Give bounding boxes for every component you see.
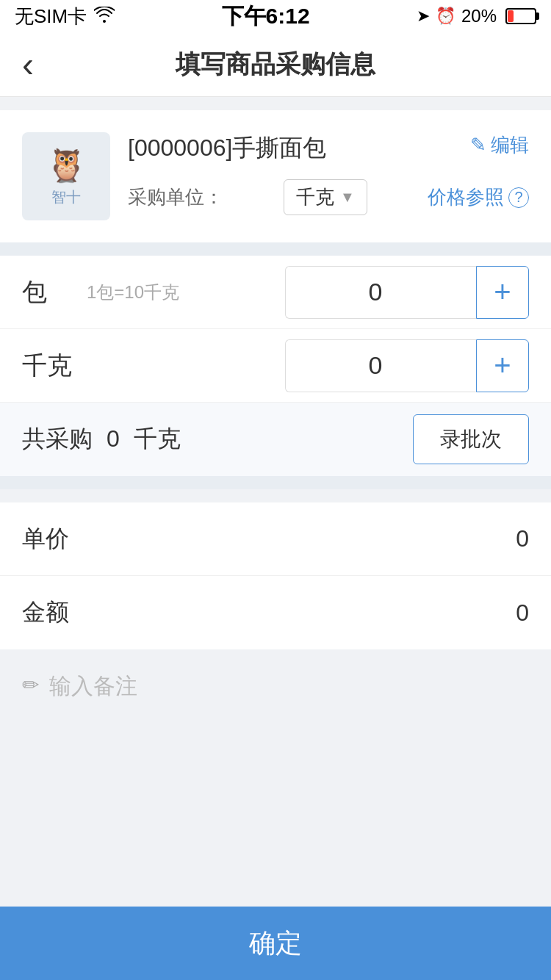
unit-price-row: 单价 0 <box>0 502 551 576</box>
unit-value: 千克 <box>296 184 334 210</box>
bao-input[interactable] <box>285 266 476 319</box>
status-right: ➤ ⏰ 20% <box>417 6 536 26</box>
status-bar: 无SIM卡 下午6:12 ➤ ⏰ 20% <box>0 0 551 32</box>
edit-button[interactable]: ✎ 编辑 <box>470 132 529 158</box>
total-row: 共采购 0 千克 录批次 <box>0 403 551 476</box>
pencil-icon: ✏ <box>22 673 39 697</box>
record-batch-button[interactable]: 录批次 <box>413 414 529 464</box>
amount-label: 金额 <box>22 597 69 629</box>
remark-placeholder: 输入备注 <box>49 671 137 702</box>
purchase-unit-label: 采购单位： <box>128 184 223 210</box>
divider-1 <box>0 242 551 256</box>
product-info: [0000006]手撕面包 ✎ 编辑 采购单位： 千克 ▼ 价格参照 ? <box>128 132 529 215</box>
location-icon: ➤ <box>417 7 430 26</box>
product-image-subtitle: 智十 <box>51 187 81 207</box>
bao-input-group: + <box>285 266 529 319</box>
nav-bar: ‹ 填写商品采购信息 <box>0 32 551 97</box>
product-card: 🦉 智十 [0000006]手撕面包 ✎ 编辑 采购单位： 千克 ▼ <box>0 110 551 242</box>
kg-row: 千克 + <box>0 329 551 403</box>
bao-plus-button[interactable]: + <box>476 266 529 319</box>
kg-input-group: + <box>285 339 529 392</box>
product-image: 🦉 智十 <box>22 132 110 220</box>
content-area: 🦉 智十 [0000006]手撕面包 ✎ 编辑 采购单位： 千克 ▼ <box>0 110 551 855</box>
unit-arrow-icon: ▼ <box>340 189 355 206</box>
purchase-unit-row: 采购单位： 千克 ▼ 价格参照 ? <box>128 179 529 215</box>
total-value: 0 <box>107 425 120 452</box>
page-title: 填写商品采购信息 <box>176 48 375 82</box>
divider-2 <box>0 476 551 489</box>
kg-plus-button[interactable]: + <box>476 339 529 392</box>
total-label: 共采购 0 千克 <box>22 423 181 455</box>
bao-sub-label: 1包=10千克 <box>87 281 179 304</box>
kg-label: 千克 <box>22 349 81 383</box>
battery-icon <box>505 8 536 24</box>
wifi-icon <box>94 5 115 28</box>
kg-input[interactable] <box>285 339 476 392</box>
product-name: [0000006]手撕面包 <box>128 132 326 165</box>
edit-icon: ✎ <box>470 134 486 156</box>
alarm-icon: ⏰ <box>436 7 455 26</box>
status-time: 下午6:12 <box>222 1 310 32</box>
price-section: 单价 0 金额 0 <box>0 502 551 649</box>
price-ref-help-icon: ? <box>508 187 529 208</box>
amount-value: 0 <box>516 599 529 627</box>
product-header: [0000006]手撕面包 ✎ 编辑 <box>128 132 529 165</box>
remark-section[interactable]: ✏ 输入备注 <box>0 649 551 782</box>
confirm-button[interactable]: 确定 <box>0 907 551 980</box>
amount-row: 金额 0 <box>0 576 551 649</box>
battery-percent: 20% <box>461 6 497 26</box>
unit-select[interactable]: 千克 ▼ <box>284 179 367 215</box>
unit-price-value: 0 <box>516 525 529 552</box>
carrier-text: 无SIM卡 <box>15 4 87 29</box>
quantity-section: 包 1包=10千克 + 千克 + <box>0 256 551 403</box>
price-ref-button[interactable]: 价格参照 ? <box>428 184 529 210</box>
status-left: 无SIM卡 <box>15 4 115 29</box>
unit-price-label: 单价 <box>22 523 69 555</box>
back-button[interactable]: ‹ <box>15 40 41 90</box>
bao-label: 包 <box>22 275 81 309</box>
bao-row: 包 1包=10千克 + <box>0 256 551 329</box>
product-owl-icon: 🦉 <box>46 146 87 184</box>
